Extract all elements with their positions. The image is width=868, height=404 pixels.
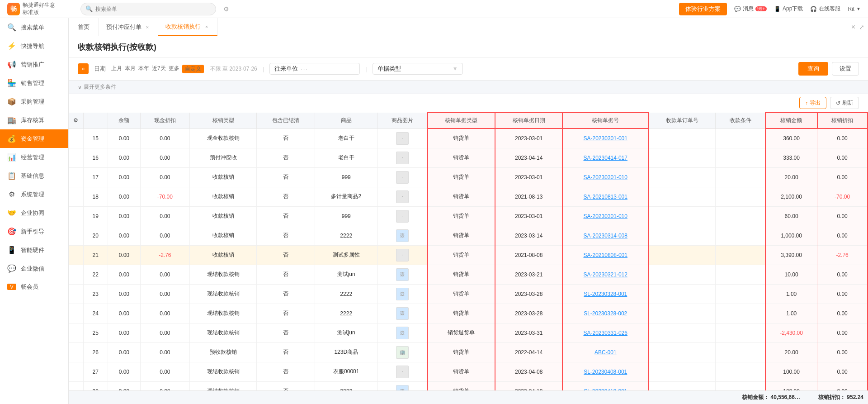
row-verify-type: 收款核销 (190, 245, 257, 265)
date-last-month[interactable]: 上月 (111, 65, 122, 73)
bill-no-link[interactable]: SL-20230328-002 (584, 310, 627, 317)
settings-gear-icon[interactable]: ⚙ (223, 5, 229, 13)
app-download-item[interactable]: 📱 App下载 (774, 5, 803, 13)
row-seq: 27 (83, 362, 108, 381)
bill-no-link[interactable]: SA-20210808-001 (584, 252, 627, 258)
row-verify-bill-date: 2023-03-01 (495, 167, 562, 187)
newbie-icon: 🎯 (7, 227, 16, 236)
tab-receipt-verify[interactable]: 收款核销执行 × (158, 18, 217, 36)
user-name-item[interactable]: Rit ▼ (848, 6, 861, 12)
date-custom[interactable]: 自定义 (182, 65, 204, 73)
bill-no-link[interactable]: SA-20230301-010 (584, 174, 627, 181)
message-item[interactable]: 💬 消息 99+ (734, 5, 767, 13)
sidebar-item-shortcut[interactable]: ⚡ 快捷导航 (0, 37, 68, 55)
date-this-year[interactable]: 本年 (138, 65, 149, 73)
bill-no-link[interactable]: SA-20230414-017 (584, 155, 627, 161)
th-settings[interactable]: ⚙ (69, 113, 83, 128)
bill-no-link[interactable]: SA-20230314-008 (584, 233, 627, 239)
bill-no-link[interactable]: SL-20230408-001 (584, 369, 627, 375)
sidebar-item-inventory[interactable]: 🏬 库存核算 (0, 111, 68, 129)
sidebar-item-wechat[interactable]: 💬 企业微信 (0, 259, 68, 278)
bill-no-link[interactable]: SL-20230328-001 (584, 291, 627, 297)
row-settings[interactable] (69, 304, 83, 323)
row-verify-bill-type: 销货单 (428, 304, 495, 323)
setting-btn[interactable]: 设置 (832, 62, 859, 76)
row-verify-amount: 333.00 (765, 148, 817, 167)
sidebar-item-enterprise-collab[interactable]: 🤝 企业协同 (0, 204, 68, 222)
purchase-icon: 📦 (7, 97, 16, 106)
date-this-month[interactable]: 本月 (125, 65, 136, 73)
page-title: 收款核销执行(按收款) (78, 42, 859, 52)
expand-tab-icon[interactable]: ⤢ (859, 24, 864, 31)
row-receipt-condition (716, 381, 765, 390)
close-tab-icon[interactable]: × (851, 23, 855, 31)
sidebar-item-hardware[interactable]: 📱 智能硬件 (0, 241, 68, 259)
sidebar-item-newbie[interactable]: 🎯 新手引导 (0, 222, 68, 241)
row-product: 测试jun (315, 323, 377, 342)
tab-receipt-verify-close[interactable]: × (203, 24, 210, 30)
row-verify-amount: 2,100.00 (765, 187, 817, 206)
tab-prepay-label: 预付冲应付单 (106, 23, 142, 31)
tab-prepay[interactable]: 预付冲应付单 × (99, 18, 158, 36)
bill-no-link[interactable]: SA-20230321-012 (584, 271, 627, 278)
bill-no-link[interactable]: ABC-001 (594, 349, 617, 356)
row-verify-bill-no: SA-20230321-012 (562, 265, 648, 284)
tab-home[interactable]: 首页 (69, 18, 99, 36)
sidebar-item-purchase[interactable]: 📦 采购管理 (0, 92, 68, 111)
sidebar-item-system[interactable]: ⚙ 系统管理 (0, 185, 68, 204)
sidebar-item-search[interactable]: 🔍 搜索菜单 (0, 18, 68, 37)
sidebar-item-member[interactable]: V 畅会员 (0, 278, 68, 296)
bill-no-link[interactable]: SA-20210813-001 (584, 194, 627, 200)
row-product: 2222 (315, 226, 377, 245)
tab-prepay-close[interactable]: × (144, 24, 151, 30)
row-settings[interactable] (69, 323, 83, 342)
date-range-text: 不限 至 2023-07-26 (210, 65, 257, 73)
row-settings[interactable] (69, 128, 83, 148)
voucher-type-filter[interactable]: 单据类型 ▼ (373, 63, 463, 75)
row-verify-discount: 0.00 (817, 381, 868, 390)
bill-no-link[interactable]: SA-20230301-010 (584, 213, 627, 219)
sidebar-item-basic-info[interactable]: 📋 基础信息 (0, 166, 68, 185)
row-settings[interactable] (69, 167, 83, 187)
th-seq (83, 113, 108, 128)
row-settings[interactable] (69, 342, 83, 362)
export-btn[interactable]: ↑ 导出 (799, 97, 826, 109)
row-receipt-condition (716, 245, 765, 265)
row-verify-type: 收款核销 (190, 226, 257, 245)
bill-no-link[interactable]: SA-20230301-001 (584, 135, 627, 142)
content-area: 首页 预付冲应付单 × 收款核销执行 × × ⤢ 收款核销执行(按收款) (69, 18, 868, 404)
sidebar-item-sales[interactable]: 🏪 销售管理 (0, 74, 68, 92)
table-footer: 核销金额： 40,556,66… 核销折扣： 952.24 (69, 390, 868, 404)
partner-filter-wrap[interactable]: 往来单位 ··· (269, 63, 360, 75)
filter-toggle-btn[interactable]: » (78, 63, 89, 74)
row-settings[interactable] (69, 284, 83, 304)
expand-filter-btn[interactable]: ∨ 展开更多条件 (78, 83, 116, 91)
solution-btn[interactable]: 体验行业方案 (679, 3, 727, 15)
sidebar-item-operation[interactable]: 📊 经营管理 (0, 148, 68, 166)
row-seq: 20 (83, 226, 108, 245)
online-service-item[interactable]: 🎧 在线客服 (810, 5, 840, 13)
row-settings[interactable] (69, 187, 83, 206)
row-settings[interactable] (69, 362, 83, 381)
row-settings[interactable] (69, 245, 83, 265)
row-settings[interactable] (69, 148, 83, 167)
shortcut-icon: ⚡ (7, 42, 16, 50)
home-label: 首页 (78, 23, 90, 31)
row-settings[interactable] (69, 206, 83, 226)
date-7days[interactable]: 近7天 (152, 65, 166, 73)
row-settings[interactable] (69, 381, 83, 390)
query-btn[interactable]: 查询 (798, 62, 828, 76)
system-icon: ⚙ (7, 190, 16, 199)
sidebar-item-marketing[interactable]: 📢 营销推广 (0, 55, 68, 74)
sidebar-item-finance[interactable]: 💰 资金管理 (0, 129, 68, 148)
search-area[interactable]: 🔍 (80, 3, 216, 15)
row-settings[interactable] (69, 226, 83, 245)
date-more[interactable]: 更多 (169, 65, 179, 73)
row-verify-discount: -70.00 (817, 187, 868, 206)
row-settings[interactable] (69, 265, 83, 284)
refresh-btn[interactable]: ↺ 刷新 (830, 97, 859, 109)
search-input[interactable] (95, 6, 211, 12)
row-included-settled: 否 (256, 284, 315, 304)
bill-no-link[interactable]: SA-20230331-026 (584, 330, 627, 336)
table-row: 150.000.00现金收款核销否老白干·销货单2023-03-01SA-202… (69, 128, 868, 148)
